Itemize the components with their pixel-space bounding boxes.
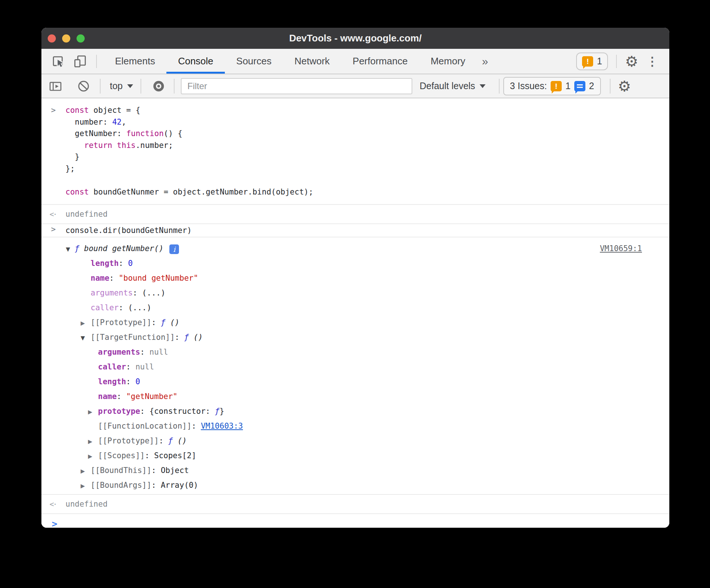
expand-triangle-icon[interactable]: ▶: [81, 464, 91, 479]
code-line: }: [65, 151, 669, 163]
code-token: (): [165, 318, 179, 327]
devtools-window: DevTools - www.google.com/ ElementsConso…: [41, 28, 669, 528]
code-token: Array(0): [161, 481, 198, 490]
source-link[interactable]: VM10603:3: [201, 422, 243, 430]
expand-triangle-icon[interactable]: ▶: [81, 479, 91, 493]
return-value-icon: <·: [50, 495, 56, 513]
more-tabs-icon[interactable]: »: [477, 55, 493, 68]
tree-row: ▼[[TargetFunction]]: ƒ (): [41, 330, 669, 345]
tree-row: arguments: (...): [41, 285, 669, 300]
clear-console-icon[interactable]: [77, 80, 90, 93]
code-token: length: [91, 259, 119, 268]
tree-row: ▶[[BoundThis]]: Object: [41, 463, 669, 478]
main-toolbar: ElementsConsoleSourcesNetworkPerformance…: [41, 49, 669, 74]
input-chevron-icon: >: [51, 106, 56, 115]
code-token: const: [65, 187, 89, 196]
code-token: caller: [98, 362, 126, 371]
result-value: undefined: [65, 500, 108, 508]
tab-sources[interactable]: Sources: [225, 49, 283, 74]
window-title: DevTools - www.google.com/: [289, 33, 422, 44]
code-token: null: [149, 348, 168, 356]
object-tree: ▼ƒ bound getNumber()iVM10659:1length: 0n…: [41, 237, 669, 494]
code-token: ƒ: [215, 407, 220, 416]
code-token: ƒ: [75, 244, 80, 253]
tab-elements[interactable]: Elements: [104, 49, 166, 74]
expand-triangle-icon[interactable]: ▶: [88, 449, 98, 464]
error-badge-button[interactable]: ! 1: [576, 53, 608, 70]
collapse-triangle-icon[interactable]: ▼: [81, 331, 91, 345]
code-token: .number;: [136, 141, 173, 150]
context-selector[interactable]: top: [110, 81, 123, 91]
code-token: console.dir(boundGetNunmer): [65, 226, 192, 235]
minimize-window-button[interactable]: [62, 34, 70, 43]
tree-row: name: "bound getNumber": [41, 271, 669, 285]
code-line: [65, 175, 669, 186]
code-token: name: [98, 392, 117, 401]
kebab-menu-icon[interactable]: ⋮: [646, 54, 658, 68]
zoom-window-button[interactable]: [77, 34, 85, 43]
code-token: :: [151, 481, 160, 490]
inspect-element-icon[interactable]: [52, 55, 65, 68]
code-token: ,: [122, 118, 126, 126]
expand-triangle-icon[interactable]: ▶: [88, 434, 98, 449]
code-token: return: [84, 141, 112, 150]
input-chevron-icon: >: [51, 225, 56, 234]
code-line: return this.number;: [65, 140, 669, 152]
expand-triangle-icon[interactable]: ▶: [88, 405, 98, 419]
issues-label: 3 Issues:: [510, 81, 547, 91]
collapse-triangle-icon[interactable]: ▼: [66, 242, 75, 257]
error-count: 1: [597, 56, 602, 67]
code-token: ƒ: [161, 318, 166, 327]
code-token: number:: [65, 118, 112, 126]
log-levels-selector[interactable]: Default levels: [420, 81, 475, 91]
tab-console[interactable]: Console: [166, 49, 224, 74]
code-token: () {: [164, 129, 183, 138]
code-token: this: [117, 141, 136, 150]
live-expression-eye-icon[interactable]: [152, 79, 166, 93]
console-eval-entry: > console.dir(boundGetNunmer): [41, 224, 669, 237]
console-prompt[interactable]: >: [41, 514, 669, 528]
source-location-link[interactable]: VM10659:1: [600, 241, 642, 256]
warning-bubble-icon: !: [551, 81, 562, 91]
code-token: :: [117, 392, 126, 401]
code-token: name: [91, 274, 109, 283]
prompt-chevron-icon: >: [52, 518, 57, 528]
device-toolbar-icon[interactable]: [73, 55, 87, 68]
code-token: }: [220, 407, 224, 416]
code-token: arguments: [91, 288, 133, 297]
code-token: bound getNumber(): [80, 244, 164, 253]
issues-warning-count: 1: [565, 81, 571, 91]
tab-network[interactable]: Network: [283, 49, 341, 74]
code-token: [[Scopes]]: [98, 451, 145, 460]
code-token: arguments: [98, 348, 140, 356]
panel-tabs: ElementsConsoleSourcesNetworkPerformance…: [104, 49, 477, 74]
issues-button[interactable]: 3 Issues: ! 1 2: [503, 77, 601, 95]
code-token: getNumber:: [65, 129, 126, 138]
tree-row: ▶[[Scopes]]: Scopes[2]: [41, 448, 669, 463]
tree-row: [[FunctionLocation]]: VM10603:3: [41, 419, 669, 433]
console-settings-gear-icon[interactable]: ⚙: [618, 80, 631, 93]
expand-triangle-icon[interactable]: ▶: [81, 316, 91, 331]
console-messages: > const object = { number: 42, getNumber…: [41, 98, 669, 528]
code-token: }: [65, 152, 80, 161]
code-token: (): [189, 333, 203, 342]
close-window-button[interactable]: [48, 34, 56, 43]
code-token: ƒ: [168, 436, 173, 445]
code-token: [[BoundThis]]: [91, 466, 151, 475]
filter-input[interactable]: [181, 78, 412, 94]
code-token: [[TargetFunction]]: [91, 333, 175, 342]
code-line: number: 42,: [65, 116, 669, 128]
settings-gear-icon[interactable]: ⚙: [625, 55, 638, 68]
toolbar-divider: [96, 55, 97, 68]
tab-memory[interactable]: Memory: [419, 49, 477, 74]
tab-performance[interactable]: Performance: [341, 49, 419, 74]
code-token: [[Prototype]]: [91, 318, 151, 327]
toolbar-right-cluster: ! 1 ⚙ ⋮: [576, 53, 669, 70]
console-input-code: const object = { number: 42, getNumber: …: [41, 105, 669, 198]
function-info-icon[interactable]: i: [169, 244, 179, 254]
console-sidebar-icon[interactable]: [49, 80, 62, 93]
tree-row: caller: null: [41, 359, 669, 374]
toolbar-divider: [499, 79, 500, 94]
code-token: :: [145, 451, 154, 460]
tree-row: length: 0: [41, 256, 669, 271]
